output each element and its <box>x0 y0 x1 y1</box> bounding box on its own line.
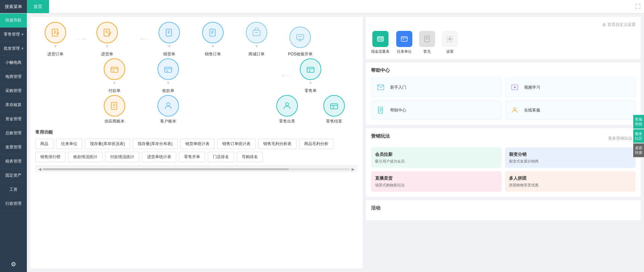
sidebar-item-label: 库存核算 <box>3 102 24 108</box>
func-btn-sales-stat[interactable]: 销货单统计表 <box>180 139 215 149</box>
svg-rect-4 <box>104 29 109 36</box>
func-btn-payment-stat[interactable]: 付款情况统计 <box>105 152 139 162</box>
func-btn-purchase-stat[interactable]: 进货单统计表 <box>142 152 176 162</box>
quick-icon-none[interactable]: 暂无 <box>419 31 435 54</box>
flow-circle <box>158 22 180 43</box>
home-tab[interactable]: 首页 <box>27 0 49 13</box>
flow-node-label: 销货单 <box>163 51 175 57</box>
sidebar-item-ecommerce[interactable]: 电商管理 <box>0 70 27 84</box>
quick-icon-partner[interactable]: 往来单位 <box>396 31 412 54</box>
sidebar-item-tax[interactable]: 税务管理 <box>0 154 27 169</box>
svg-text:¥: ¥ <box>308 69 311 73</box>
help-item-video[interactable]: 视频学习 <box>505 78 636 97</box>
quick-icon-circle <box>372 31 388 47</box>
func-btn-retail-order[interactable]: 零售开单 <box>179 152 205 162</box>
flow-circle <box>157 95 179 117</box>
help-item-online-service[interactable]: 在线客服 <box>505 100 636 120</box>
down-arrow-icon: ▼ <box>309 81 313 85</box>
quick-icon-circle <box>396 31 412 47</box>
quick-icon-label: 设置 <box>446 49 454 54</box>
quick-icon-settings[interactable]: 设置 <box>442 31 458 54</box>
help-center-title: 帮助中心 <box>371 67 636 74</box>
sidebar-item-quicknav[interactable]: 快捷导航 <box>0 13 27 28</box>
sidebar-item-ecommerce-small[interactable]: 小畅电商 <box>0 56 27 70</box>
right-panel: ⚙ 首页自定义设置 现金流量表 往来单 <box>366 13 644 272</box>
flow-node-retail[interactable]: ¥ ▼ 零售单 <box>290 58 331 94</box>
sidebar-item-retail[interactable]: 零售管理 ▼ <box>0 28 27 42</box>
flow-circle: ¥ <box>157 58 179 80</box>
help-item-label: 视频学习 <box>524 85 540 90</box>
flow-node-purchase-order[interactable]: ▼ 进货订单 <box>35 22 76 57</box>
sidebar-item-label: 发票管理 <box>3 144 24 150</box>
help-item-label: 在线客服 <box>524 107 540 113</box>
flow-node-payment[interactable]: ¥ ▼ 付款单 <box>94 58 135 94</box>
func-btn-stock-dist[interactable]: 现存量(库存分布表) <box>133 139 178 149</box>
scrollbar-track[interactable] <box>43 168 350 170</box>
flow-node-label: 客户账本 <box>160 119 176 124</box>
flow-node-sales[interactable]: ▼ 销货单 <box>149 22 189 57</box>
func-btn-store-rank[interactable]: 门店排名 <box>208 152 234 162</box>
func-btn-stock-status[interactable]: 现存量(库存状况表) <box>85 139 130 149</box>
flow-node-sales-order[interactable]: ▼ 销售订单 <box>193 22 233 57</box>
flow-node-label: 商城订单 <box>248 51 265 57</box>
marketing-item-title: 多人拼团 <box>509 175 632 181</box>
func-btn-goods[interactable]: 商品 <box>35 139 53 149</box>
marketing-item-member[interactable]: 会员拉新 吸引用户成为会员 <box>371 147 502 168</box>
svg-point-35 <box>285 103 288 106</box>
flow-circle <box>45 22 66 43</box>
svg-rect-39 <box>377 37 383 41</box>
down-arrow-icon: ▼ <box>105 44 109 49</box>
func-btn-sales-rank[interactable]: 销售排行榜 <box>35 152 65 162</box>
flow-node-label: 进货订单 <box>47 51 63 57</box>
flow-circle <box>96 22 118 43</box>
func-btn-guide-rank[interactable]: 导购排名 <box>237 152 263 162</box>
homepage-settings-link[interactable]: ⚙ 首页自定义设置 <box>602 22 636 28</box>
flow-node-retail-settlement[interactable]: ¥ 零售结算 <box>314 95 354 124</box>
top-bar: 搜索菜单 首页 ⛶ <box>0 0 644 13</box>
search-menu-button[interactable]: 搜索菜单 <box>0 0 27 13</box>
flow-circle: ¥ <box>300 58 321 80</box>
float-btn-service[interactable]: 客服热线 <box>633 115 644 129</box>
gear-icon: ⚙ <box>11 261 16 268</box>
sidebar-item-finance[interactable]: 资金管理 <box>0 112 27 126</box>
float-btn-desktop[interactable]: 桌面快捷 <box>633 143 644 157</box>
sidebar-item-fixedasset[interactable]: 固定资产 <box>0 169 27 183</box>
func-btn-goods-margin[interactable]: 商品毛利分析 <box>299 139 333 149</box>
func-btn-receipt-stat[interactable]: 收款情况统计 <box>68 152 102 162</box>
func-btn-sales-margin[interactable]: 销售毛利分析表 <box>258 139 296 149</box>
sidebar-item-label: 税务管理 <box>3 158 24 164</box>
flow-node-purchase[interactable]: ▼ 进货单 <box>87 22 127 57</box>
scroll-right-button[interactable]: ▶ <box>350 167 356 172</box>
more-marketing-link[interactable]: 更多营销玩法 > <box>608 136 636 141</box>
marketing-item-group[interactable]: 多人拼团 拼团购物享受优惠 <box>505 171 636 192</box>
sidebar-settings-button[interactable]: ⚙ <box>0 257 27 272</box>
sidebar-item-purchase[interactable]: 采购管理 <box>0 84 27 98</box>
sidebar-item-label: 批发管理 <box>3 46 21 51</box>
flow-node-supplier-ledger[interactable]: 供应商账本 <box>94 95 135 124</box>
func-btn-sales-order-stat[interactable]: 销售订单统计表 <box>217 139 256 149</box>
flow-node-mall-order[interactable]: ▼ 商城订单 <box>236 22 277 57</box>
sidebar-item-salary[interactable]: 工资 <box>0 183 27 197</box>
marketing-item-live[interactable]: 直播卖货 场景式购物新玩法 <box>371 171 502 192</box>
flow-node-receipt[interactable]: ¥ ▼ 收款单 <box>148 58 188 94</box>
flow-node-customer-ledger[interactable]: 客户账本 <box>148 95 188 124</box>
svg-marker-50 <box>514 86 516 88</box>
flow-node-retail-outbound[interactable]: 零售出库 <box>267 95 307 124</box>
fullscreen-button[interactable]: ⛶ <box>635 4 641 10</box>
help-item-helpcenter[interactable]: 帮助中心 <box>371 100 502 120</box>
float-btn-community[interactable]: 服务社区 <box>633 129 644 143</box>
flow-node-pos[interactable]: POS收银开单 <box>280 27 320 57</box>
horizontal-scrollbar[interactable]: ◀ ▶ <box>35 166 358 172</box>
func-btn-partner[interactable]: 往来单位 <box>56 139 82 149</box>
sidebar-item-invoice[interactable]: 发票管理 <box>0 140 27 154</box>
sidebar-item-admin[interactable]: 行政管理 <box>0 197 27 211</box>
scrollbar-thumb[interactable] <box>43 168 289 170</box>
sidebar-item-inventory[interactable]: 库存核算 <box>0 98 27 112</box>
sidebar-item-ledger[interactable]: 总账管理 <box>0 126 27 140</box>
sidebar-item-wholesale[interactable]: 批发管理 ▼ <box>0 42 27 56</box>
marketing-item-fission[interactable]: 裂变分销 裂变式发展分销商 <box>505 147 636 168</box>
help-item-beginner[interactable]: 新手入门 <box>371 78 502 97</box>
down-arrow-icon: ▼ <box>53 44 57 49</box>
scroll-left-button[interactable]: ◀ <box>37 167 43 172</box>
quick-icon-cashflow[interactable]: 现金流量表 <box>371 31 389 54</box>
